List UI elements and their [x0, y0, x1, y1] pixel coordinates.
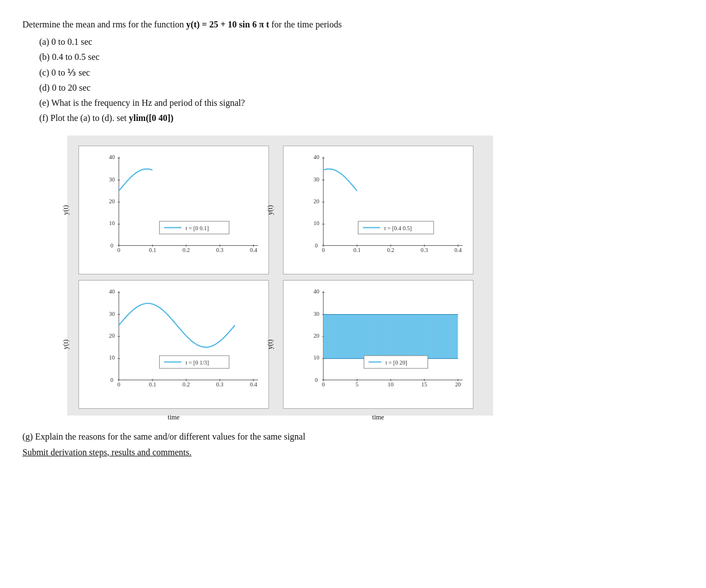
svg-text:10: 10 [313, 221, 319, 227]
plot-c-xlabel: time [168, 413, 179, 422]
plot-c-ylabel: y(t) [62, 340, 70, 349]
part-a: (a) 0 to 0.1 sec [39, 34, 684, 49]
svg-text:t = [0 0.1]: t = [0 0.1] [185, 225, 208, 231]
plot-a-box: y(t) 40 30 20 10 0 0 0.1 0.2 0.3 0.4 [78, 146, 269, 274]
svg-text:t = [0.4 0.5]: t = [0.4 0.5] [384, 225, 412, 231]
svg-text:20: 20 [109, 198, 114, 204]
plot-b-area: 40 30 20 10 0 0 0.1 0.2 0.3 0.4 [306, 151, 468, 257]
plot-d-xlabel: time [372, 413, 384, 422]
svg-text:10: 10 [109, 221, 114, 227]
svg-text:10: 10 [388, 381, 393, 388]
footer-line1: (g) Explain the reasons for the same and… [22, 429, 684, 444]
svg-text:0.4: 0.4 [250, 381, 258, 388]
svg-text:0.2: 0.2 [183, 381, 190, 388]
svg-text:0.3: 0.3 [216, 381, 224, 388]
plot-c-box: y(t) 40 30 20 10 0 0 0.1 0.2 0.3 0.4 [78, 280, 269, 409]
svg-text:0: 0 [315, 242, 318, 249]
svg-text:0.1: 0.1 [149, 381, 156, 388]
svg-text:5: 5 [356, 381, 359, 388]
plot-d-area: 40 30 20 10 0 0 5 10 15 20 [306, 285, 468, 391]
plot-a-area: 40 30 20 10 0 0 0.1 0.2 0.3 0.4 [101, 151, 264, 257]
plot-d-svg: 40 30 20 10 0 0 5 10 15 20 [306, 285, 468, 391]
plot-a-svg: 40 30 20 10 0 0 0.1 0.2 0.3 0.4 [101, 151, 264, 257]
svg-text:20: 20 [313, 198, 319, 204]
svg-text:0.2: 0.2 [183, 247, 190, 253]
svg-text:0: 0 [322, 381, 324, 388]
svg-text:0.1: 0.1 [354, 247, 361, 253]
part-b: (b) 0.4 to 0.5 sec [39, 49, 684, 64]
svg-text:30: 30 [109, 176, 114, 183]
plot-c-area: 40 30 20 10 0 0 0.1 0.2 0.3 0.4 [101, 285, 264, 391]
svg-text:10: 10 [109, 355, 114, 361]
svg-text:0: 0 [110, 242, 113, 249]
svg-rect-97 [323, 315, 458, 359]
svg-text:0: 0 [117, 247, 120, 253]
svg-text:0: 0 [110, 377, 113, 383]
svg-text:t = [0 1/3]: t = [0 1/3] [185, 360, 209, 366]
plot-b-svg: 40 30 20 10 0 0 0.1 0.2 0.3 0.4 [306, 151, 468, 257]
footer: (g) Explain the reasons for the same and… [22, 429, 684, 459]
problem-statement: Determine the mean and rms for the funct… [22, 17, 684, 125]
svg-text:30: 30 [109, 311, 114, 317]
svg-text:0.4: 0.4 [250, 247, 258, 253]
svg-text:0: 0 [117, 381, 120, 388]
svg-text:0.2: 0.2 [387, 247, 394, 253]
svg-text:0: 0 [322, 247, 324, 253]
plots-grid: y(t) 40 30 20 10 0 0 0.1 0.2 0.3 0.4 [67, 136, 493, 416]
svg-text:20: 20 [109, 333, 114, 339]
part-f: (f) Plot the (a) to (d). set ylim([0 40]… [39, 110, 684, 125]
part-d: (d) 0 to 20 sec [39, 80, 684, 95]
plot-b-ylabel: y(t) [266, 206, 275, 215]
svg-text:30: 30 [313, 176, 319, 183]
svg-text:40: 40 [313, 155, 319, 161]
svg-text:0.3: 0.3 [216, 247, 224, 253]
svg-text:0.4: 0.4 [454, 247, 462, 253]
svg-text:0: 0 [315, 377, 318, 383]
svg-text:0.1: 0.1 [149, 247, 156, 253]
plot-b-box: y(t) 40 30 20 10 0 0 0.1 0.2 0.3 0.4 [283, 146, 473, 274]
part-e: (e) What is the frequency in Hz and peri… [39, 95, 684, 110]
svg-text:10: 10 [313, 355, 319, 361]
svg-text:15: 15 [421, 381, 427, 388]
plot-d-ylabel: y(t) [266, 340, 275, 349]
svg-text:40: 40 [109, 155, 114, 161]
svg-text:t = [0 20]: t = [0 20] [385, 360, 407, 366]
svg-text:0.3: 0.3 [421, 247, 428, 253]
plot-d-box: y(t) 40 30 20 10 0 0 5 10 15 20 [283, 280, 473, 409]
svg-text:20: 20 [313, 333, 319, 339]
part-c: (c) 0 to ⅓ sec [39, 65, 684, 80]
plot-c-svg: 40 30 20 10 0 0 0.1 0.2 0.3 0.4 [101, 285, 264, 391]
main-question: Determine the mean and rms for the funct… [22, 17, 684, 32]
plot-a-ylabel: y(t) [62, 206, 70, 215]
svg-text:40: 40 [313, 289, 319, 295]
footer-line2: Submit derivation steps, results and com… [22, 445, 684, 460]
svg-text:40: 40 [109, 289, 114, 295]
svg-text:30: 30 [313, 311, 319, 317]
svg-text:20: 20 [455, 381, 461, 388]
